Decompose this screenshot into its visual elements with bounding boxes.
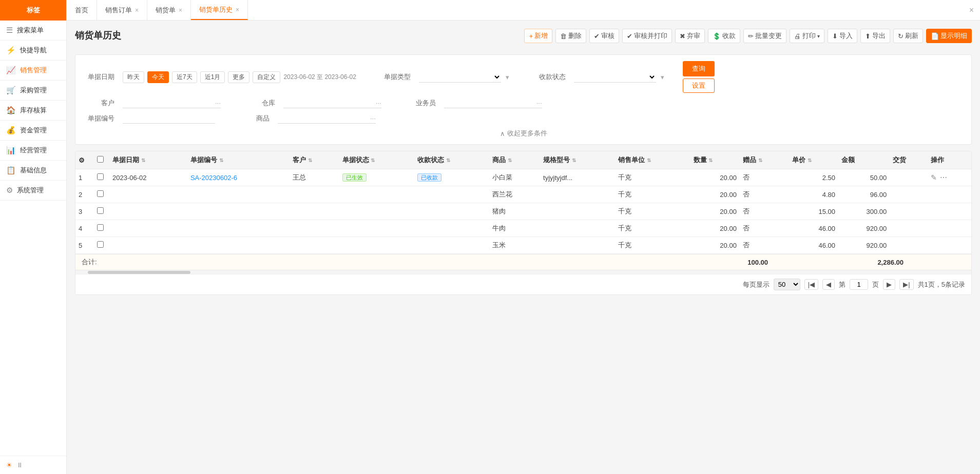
col-doc-date[interactable]: 单据日期 ⇅ <box>109 151 187 169</box>
cell-qty: 20.00 <box>690 186 740 203</box>
cell-doc-status <box>339 203 414 220</box>
settings-button[interactable]: 设置 <box>683 78 715 93</box>
cell-spec <box>540 186 615 203</box>
col-doc-status[interactable]: 单据状态 ⇅ <box>339 151 414 169</box>
date-btn-1month[interactable]: 近1月 <box>200 71 225 83</box>
collapse-button[interactable]: ∧ 收起更多条件 <box>84 129 963 138</box>
col-spec[interactable]: 规格型号 ⇅ <box>540 151 615 169</box>
close-tab-sales-history[interactable]: × <box>236 6 239 13</box>
filter-row-3: 单据编号 商品 ··· <box>84 113 963 124</box>
cell-ops <box>928 203 971 220</box>
date-btn-yesterday[interactable]: 昨天 <box>123 71 144 83</box>
cell-doc-no[interactable]: SA-20230602-6 <box>187 169 290 186</box>
tab-home[interactable]: 首页 <box>67 0 97 20</box>
prev-page-button[interactable]: ◀ <box>822 279 835 290</box>
show-detail-button[interactable]: 📄 显示明细 <box>926 29 972 43</box>
row-checkbox[interactable] <box>97 224 104 231</box>
sort-icon-customer: ⇅ <box>308 157 312 163</box>
doc-no-link[interactable]: SA-20230602-6 <box>190 174 237 182</box>
col-product[interactable]: 商品 ⇅ <box>489 151 540 169</box>
close-tab-sales-delivery[interactable]: × <box>179 7 182 14</box>
audit-print-button[interactable]: ✔ 审核并打印 <box>622 29 672 43</box>
tab-sales-history[interactable]: 销货单历史 × <box>191 0 248 20</box>
per-page-select[interactable]: 50 100 200 <box>774 279 800 290</box>
sidebar-item-quick-nav[interactable]: ⚡ 快捷导航 <box>0 41 66 61</box>
delete-button[interactable]: 🗑 删除 <box>555 29 586 43</box>
sidebar-item-sales-mgmt[interactable]: 📈 销售管理 <box>0 61 66 81</box>
customer-input[interactable] <box>123 98 215 108</box>
page-number-input[interactable] <box>850 279 868 290</box>
last-page-button[interactable]: ▶| <box>899 279 913 290</box>
sum-label: 合计: <box>82 258 97 267</box>
customer-dots[interactable]: ··· <box>215 99 221 107</box>
payment-status-select[interactable] <box>574 71 656 83</box>
delete-icon: 🗑 <box>560 32 567 40</box>
discard-button[interactable]: ✖ 弃审 <box>675 29 705 43</box>
more-icon[interactable]: ⋯ <box>940 173 947 182</box>
salesperson-dots[interactable]: ··· <box>536 99 542 107</box>
inventory-icon: 🏠 <box>6 106 16 115</box>
tab-sales-order[interactable]: 销售订单 × <box>97 0 147 20</box>
cell-doc-status <box>339 237 414 254</box>
sidebar-item-operations[interactable]: 📊 经营管理 <box>0 141 66 161</box>
query-button[interactable]: 查询 <box>683 61 715 76</box>
select-all-checkbox[interactable] <box>97 156 104 163</box>
col-qty[interactable]: 数量 ⇅ <box>690 151 740 169</box>
cell-ops <box>928 186 971 203</box>
product-input[interactable] <box>278 113 370 123</box>
cell-gift: 否 <box>740 169 789 186</box>
export-button[interactable]: ⬆ 导出 <box>860 29 890 43</box>
col-unit[interactable]: 销售单位 ⇅ <box>615 151 690 169</box>
row-checkbox[interactable] <box>97 190 104 197</box>
col-settings[interactable]: ⚙ <box>75 151 94 169</box>
tab-sales-delivery[interactable]: 销货单 × <box>147 0 191 20</box>
table-scroll[interactable]: ⚙ 单据日期 ⇅ 单据编号 ⇅ 客户 ⇅ 单据状态 ⇅ 收款状态 ⇅ 商品 ⇅ … <box>75 151 971 254</box>
cell-unit: 千克 <box>615 203 690 220</box>
product-dots[interactable]: ··· <box>370 114 376 122</box>
cell-ops[interactable]: ✎⋯ <box>928 169 971 186</box>
salesperson-input[interactable] <box>444 98 536 108</box>
collect-button[interactable]: 💲 收款 <box>708 29 740 43</box>
sidebar-bottom-icon1[interactable]: ☀ <box>6 461 12 469</box>
product-label: 商品 <box>239 114 270 123</box>
close-all-icon[interactable]: × <box>969 6 974 15</box>
print-button[interactable]: 🖨 打印 ▾ <box>790 29 824 43</box>
first-page-button[interactable]: |◀ <box>804 279 818 290</box>
batch-change-button[interactable]: ✏ 批量变更 <box>743 29 786 43</box>
sort-icon-spec: ⇅ <box>572 157 576 163</box>
close-tab-sales-order[interactable]: × <box>135 7 139 14</box>
audit-button[interactable]: ✔ 审核 <box>589 29 619 43</box>
doc-type-select[interactable] <box>419 71 501 83</box>
date-btn-more[interactable]: 更多 <box>228 71 249 83</box>
next-page-button[interactable]: ▶ <box>883 279 895 290</box>
col-payment-status[interactable]: 收款状态 ⇅ <box>414 151 489 169</box>
page-suffix: 页 <box>872 280 879 289</box>
import-button[interactable]: ⬇ 导入 <box>828 29 857 43</box>
doc-status-badge: 已生效 <box>342 173 367 182</box>
col-unit-price[interactable]: 单价 ⇅ <box>789 151 838 169</box>
row-checkbox[interactable] <box>97 207 104 214</box>
row-checkbox[interactable] <box>97 173 104 180</box>
row-checkbox[interactable] <box>97 241 104 248</box>
col-gift[interactable]: 赠品 ⇅ <box>740 151 789 169</box>
refresh-button[interactable]: ↻ 刷新 <box>893 29 923 43</box>
sidebar-bottom-icon2[interactable]: ⏸ <box>16 461 23 469</box>
warehouse-dots[interactable]: ··· <box>376 99 381 107</box>
date-btn-today[interactable]: 今天 <box>147 71 169 83</box>
doc-no-input[interactable] <box>123 113 215 124</box>
tab-home-label: 首页 <box>75 6 88 15</box>
col-customer[interactable]: 客户 ⇅ <box>290 151 339 169</box>
edit-icon[interactable]: ✎ <box>931 173 937 182</box>
col-doc-no[interactable]: 单据编号 ⇅ <box>187 151 290 169</box>
date-btn-7days[interactable]: 近7天 <box>172 71 197 83</box>
sidebar-item-finance[interactable]: 💰 资金管理 <box>0 121 66 141</box>
warehouse-input[interactable] <box>283 98 376 108</box>
cell-delivery <box>890 203 928 220</box>
sidebar-item-sys-mgmt[interactable]: ⚙ 系统管理 <box>0 181 66 201</box>
sidebar-item-inventory[interactable]: 🏠 库存核算 <box>0 101 66 121</box>
date-btn-custom[interactable]: 自定义 <box>253 71 280 83</box>
sidebar-item-search-menu[interactable]: ☰ 搜索菜单 <box>0 21 66 41</box>
sidebar-item-basic-info[interactable]: 📋 基础信息 <box>0 161 66 181</box>
sidebar-item-purchase-mgmt[interactable]: 🛒 采购管理 <box>0 81 66 101</box>
new-button[interactable]: + 新增 <box>524 29 552 43</box>
